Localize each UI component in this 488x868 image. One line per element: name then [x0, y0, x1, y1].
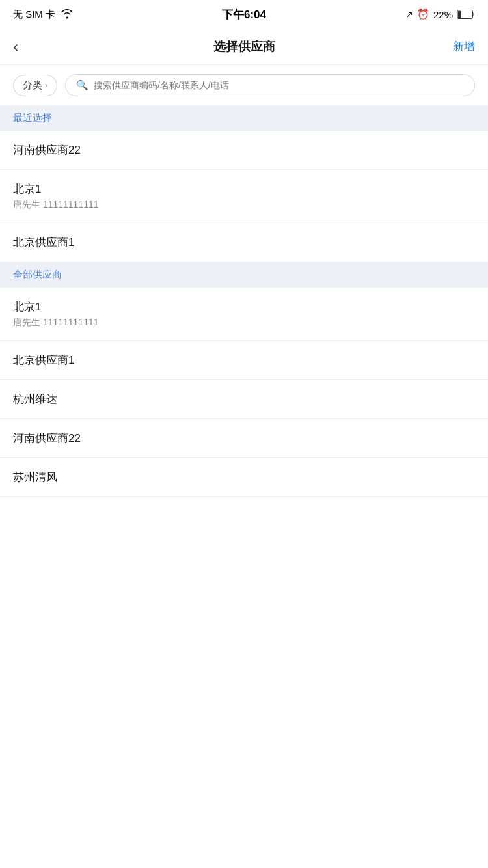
item-name: 北京供应商1 [13, 353, 475, 368]
item-name: 杭州维达 [13, 392, 475, 407]
category-label: 分类 [23, 79, 42, 92]
item-name: 北京1 [13, 182, 475, 197]
battery-label: 22% [433, 9, 453, 20]
list-item[interactable]: 北京1唐先生 11111111111 [0, 170, 488, 223]
item-name: 北京供应商1 [13, 235, 475, 250]
item-name: 苏州清风 [13, 470, 475, 485]
list-item[interactable]: 北京供应商1 [0, 223, 488, 262]
list-item[interactable]: 北京供应商1 [0, 341, 488, 380]
item-name: 河南供应商22 [13, 431, 475, 446]
item-sub: 唐先生 11111111111 [13, 317, 475, 329]
search-box[interactable]: 🔍 [65, 74, 475, 96]
new-action-button[interactable]: 新增 [453, 39, 475, 54]
item-sub: 唐先生 11111111111 [13, 199, 475, 211]
location-icon: ↗ [405, 9, 413, 20]
wifi-icon [61, 8, 74, 21]
list-item[interactable]: 苏州清风 [0, 458, 488, 497]
list-item[interactable]: 杭州维达 [0, 380, 488, 419]
chevron-right-icon: › [45, 81, 47, 90]
section-header-recent: 最近选择 [0, 105, 488, 131]
battery-icon [457, 10, 475, 19]
clock-icon: ⏰ [417, 8, 429, 20]
search-input[interactable] [94, 80, 464, 90]
list-item[interactable]: 河南供应商22 [0, 419, 488, 458]
nav-bar: ‹ 选择供应商 新增 [0, 29, 488, 65]
filter-row: 分类 › 🔍 [0, 65, 488, 105]
status-left: 无 SIM 卡 [13, 8, 74, 21]
search-icon: 🔍 [76, 79, 88, 91]
status-right: ↗ ⏰ 22% [405, 8, 475, 20]
back-button[interactable]: ‹ [13, 38, 18, 56]
status-bar: 无 SIM 卡 下午6:04 ↗ ⏰ 22% [0, 0, 488, 29]
list-item[interactable]: 河南供应商22 [0, 131, 488, 170]
item-name: 河南供应商22 [13, 142, 475, 157]
no-sim-label: 无 SIM 卡 [13, 8, 55, 21]
status-time: 下午6:04 [222, 7, 266, 22]
section-header-all: 全部供应商 [0, 262, 488, 288]
list-item[interactable]: 北京1唐先生 11111111111 [0, 288, 488, 341]
item-name: 北京1 [13, 299, 475, 314]
svg-rect-1 [458, 11, 462, 18]
sections-container: 最近选择河南供应商22北京1唐先生 11111111111北京供应商1全部供应商… [0, 105, 488, 497]
page-title: 选择供应商 [213, 38, 275, 55]
category-button[interactable]: 分类 › [13, 75, 57, 96]
